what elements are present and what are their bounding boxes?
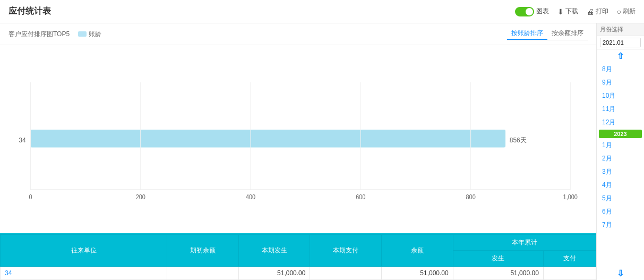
- svg-text:856天: 856天: [510, 136, 527, 144]
- svg-text:200: 200: [136, 194, 145, 201]
- sort-buttons: 按账龄排序 按余额排序: [507, 28, 588, 40]
- chart-toggle-wrap[interactable]: 图表: [515, 7, 549, 16]
- sidebar-scroll-down-button[interactable]: ⇩: [597, 267, 644, 280]
- sort-by-age-button[interactable]: 按账龄排序: [507, 28, 547, 40]
- sidebar-month-8[interactable]: 8月: [597, 63, 644, 76]
- unit-link[interactable]: 34: [5, 269, 12, 277]
- refresh-button[interactable]: ○ 刷新: [617, 7, 636, 16]
- sidebar-month-6[interactable]: 6月: [597, 205, 644, 218]
- legend-item: 客户应付排序图TOP5: [8, 30, 70, 39]
- sidebar-month-11[interactable]: 11月: [597, 103, 644, 116]
- chart-area: 34 856天 0 200 400 600 800 1,000: [0, 45, 596, 233]
- col-opening-header: 期初余额: [167, 235, 239, 267]
- sidebar-year-marker: 2023: [599, 130, 642, 138]
- svg-text:800: 800: [466, 194, 476, 201]
- col-ytd-pay-header: 支付: [543, 251, 596, 267]
- sidebar-month-9[interactable]: 9月: [597, 76, 644, 89]
- year-month-input[interactable]: [600, 38, 641, 47]
- legend-color-box: [78, 31, 87, 37]
- svg-text:0: 0: [29, 194, 32, 201]
- col-unit-header: 往来单位: [1, 235, 167, 267]
- chart-toggle-label: 图表: [536, 7, 549, 16]
- summary-table: 往来单位 期初余额 本期发生 本期支付 余额 本年累计 发生 支付: [0, 234, 596, 280]
- sidebar-month-12[interactable]: 12月: [597, 116, 644, 129]
- svg-text:1,000: 1,000: [563, 194, 578, 201]
- sidebar-month-1[interactable]: 1月: [597, 139, 644, 152]
- sidebar-month-5[interactable]: 5月: [597, 192, 644, 205]
- chart-section: 客户应付排序图TOP5 账龄 按账龄排序 按余额排序 34: [0, 23, 596, 280]
- sidebar-month-10[interactable]: 10月: [597, 89, 644, 103]
- sidebar-month-list: 8月 9月 10月 11月 12月 2023 1月 2月 3月 4月 5月 6月…: [597, 63, 644, 267]
- sidebar-month-4[interactable]: 4月: [597, 179, 644, 192]
- table-row: 34 51,000.00 51,000.00 51,000.00: [1, 267, 596, 280]
- refresh-icon: ○: [617, 7, 621, 16]
- col-payment-header: 本期支付: [310, 235, 382, 267]
- col-ytd-header: 本年累计: [453, 235, 596, 251]
- sidebar-month-7[interactable]: 7月: [597, 218, 644, 232]
- print-button[interactable]: 🖨 打印: [587, 7, 608, 16]
- svg-text:400: 400: [246, 194, 255, 201]
- sidebar-month-2[interactable]: 2月: [597, 152, 644, 165]
- chart-toolbar: 客户应付排序图TOP5 账龄 按账龄排序 按余额排序: [0, 23, 596, 45]
- svg-rect-1: [30, 130, 505, 147]
- sort-by-balance-button[interactable]: 按余额排序: [547, 28, 588, 40]
- sidebar-header: 月份选择: [597, 23, 644, 36]
- table-header-row: 往来单位 期初余额 本期发生 本期支付 余额 本年累计: [1, 235, 596, 251]
- main-area: 客户应付排序图TOP5 账龄 按账龄排序 按余额排序 34: [0, 23, 644, 280]
- legend-color-item: 账龄: [78, 30, 101, 39]
- sidebar-scroll-up-button[interactable]: ⇧: [597, 49, 644, 63]
- print-icon: 🖨: [587, 7, 594, 16]
- app-header: 应付统计表 图表 ⬇ 下载 🖨 打印 ○ 刷新: [0, 0, 644, 23]
- cell-balance: 51,000.00: [382, 267, 453, 280]
- svg-text:34: 34: [19, 136, 25, 144]
- page-title: 应付统计表: [8, 6, 515, 17]
- download-button[interactable]: ⬇ 下载: [557, 7, 578, 16]
- legend-color-label: 账龄: [89, 30, 101, 39]
- cell-payment: [310, 267, 382, 280]
- cell-opening: [167, 267, 239, 280]
- cell-current: 51,000.00: [238, 267, 310, 280]
- legend-label: 客户应付排序图TOP5: [8, 30, 70, 39]
- svg-text:600: 600: [356, 194, 365, 201]
- chart-toggle[interactable]: [515, 7, 534, 16]
- bar-chart: 34 856天 0 200 400 600 800 1,000: [8, 50, 588, 228]
- sidebar-header-label: 月份选择: [600, 26, 623, 33]
- col-balance-header: 余额: [382, 235, 453, 267]
- month-sidebar: 月份选择 ⇧ 8月 9月 10月 11月 12月 2023 1月 2月 3月 4…: [596, 23, 644, 280]
- col-current-header: 本期发生: [238, 235, 310, 267]
- data-table-section: 往来单位 期初余额 本期发生 本期支付 余额 本年累计 发生 支付: [0, 233, 596, 280]
- header-actions: 图表 ⬇ 下载 🖨 打印 ○ 刷新: [515, 7, 636, 16]
- col-ytd-occur-header: 发生: [453, 251, 543, 267]
- sidebar-month-3[interactable]: 3月: [597, 165, 644, 179]
- cell-ytd-occur: 51,000.00: [453, 267, 543, 280]
- download-icon: ⬇: [557, 7, 564, 16]
- cell-ytd-pay: [543, 267, 596, 280]
- cell-unit: 34: [1, 267, 167, 280]
